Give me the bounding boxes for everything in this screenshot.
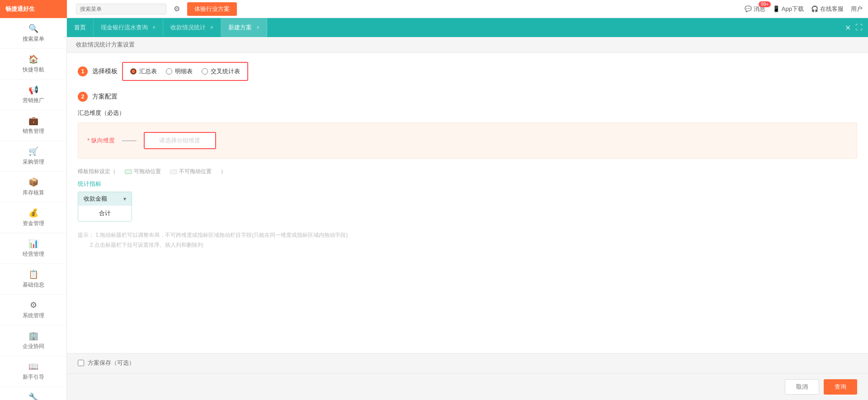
radio-summary-input[interactable] (130, 68, 137, 75)
marketing-icon: 📢 (28, 85, 38, 95)
metrics-card-header[interactable]: 收款金额 ▾ (78, 192, 132, 206)
radio-summary[interactable]: 汇总表 (130, 67, 157, 75)
message-icon: 💬 (745, 5, 752, 12)
vertical-dim-label: 纵向维度 (87, 136, 115, 145)
sidebar-item-basic-label: 基础信息 (23, 281, 44, 289)
sales-icon: 💼 (28, 116, 38, 126)
tab-bar-right: ✕ ⛶ (845, 18, 868, 37)
header-search-wrapper (76, 4, 166, 14)
sidebar-item-purchase[interactable]: 🛒 采购管理 (0, 141, 66, 172)
template-selector: 汇总表 明细表 交叉统计表 (122, 62, 248, 81)
sidebar-item-corp-label: 企业协同 (23, 343, 44, 350)
radio-cross-input[interactable] (202, 68, 208, 75)
user-name: 用户 (851, 5, 863, 13)
dimension-area: 纵向维度 —— 请选择分组维度 (78, 122, 857, 159)
hint-section: 提示： 1.拖动标题栏可以调整布局，不可跨维度或指标区域拖动栏目字段(只能在同一… (78, 231, 857, 250)
sidebar-item-sales[interactable]: 💼 销售管理 (0, 110, 66, 141)
tab-home[interactable]: 首页 (67, 18, 94, 37)
user-avatar[interactable]: 用户 (851, 5, 863, 13)
step2-badge: 2 (78, 92, 88, 102)
dimension-placeholder[interactable]: 请选择分组维度 (144, 132, 216, 149)
tab-minimize-icon[interactable]: ✕ (845, 24, 851, 32)
tab-cash-query-close[interactable]: × (152, 24, 156, 31)
step2-title: 方案配置 (92, 93, 118, 101)
sidebar-item-marketing-label: 营销推广 (23, 97, 44, 104)
sidebar-item-guide-label: 新手引导 (23, 373, 44, 381)
management-icon: 📊 (28, 239, 38, 249)
metrics-card: 收款金额 ▾ 合计 (78, 192, 132, 221)
tab-new-plan-close[interactable]: × (256, 24, 259, 31)
sidebar-item-system-label: 系统管理 (23, 312, 44, 320)
radio-cross-label: 交叉统计表 (211, 67, 240, 75)
bottom-bar: 取消 查询 (67, 373, 868, 400)
download-icon: 📱 (773, 5, 780, 12)
save-section: 方案保存（可选） (67, 353, 868, 372)
sidebar-item-guide[interactable]: 📖 新手引导 (0, 356, 66, 387)
tab-receipt-stats-close[interactable]: × (210, 24, 213, 31)
sidebar-item-nav[interactable]: 🏠 快捷导航 (0, 49, 66, 80)
trial-button[interactable]: 体验行业方案 (187, 2, 237, 16)
tab-new-plan[interactable]: 新建方案 × (221, 18, 267, 37)
sidebar-item-nav-label: 快捷导航 (23, 66, 44, 74)
sidebar-item-finance[interactable]: 💰 资金管理 (0, 202, 66, 233)
service-label: 在线客服 (820, 5, 844, 13)
sidebar-item-inventory-label: 库存核算 (23, 189, 44, 197)
radio-cross[interactable]: 交叉统计表 (202, 67, 240, 75)
sidebar-item-management[interactable]: 📊 经营管理 (0, 233, 66, 264)
non-draggable-label: 不可拖动位置 (179, 168, 212, 175)
corp-icon: 🏢 (28, 331, 38, 341)
query-button[interactable]: 查询 (824, 379, 857, 395)
header-search-input[interactable] (76, 4, 166, 14)
sidebar-item-corp[interactable]: 🏢 企业协同 (0, 325, 66, 356)
sidebar-item-marketing[interactable]: 📢 营销推广 (0, 80, 66, 110)
sidebar-item-basic[interactable]: 📋 基础信息 (0, 264, 66, 295)
tab-new-plan-label: 新建方案 (228, 24, 252, 32)
metrics-card-header-text: 收款金额 (84, 195, 107, 203)
radio-detail[interactable]: 明细表 (166, 67, 193, 75)
tab-home-label: 首页 (74, 24, 86, 32)
draggable-label: 可拖动位置 (134, 168, 161, 175)
hint-row-2: 2.点击标题栏下拉可设置排序、插入列和删除列 (78, 240, 857, 250)
tab-receipt-stats[interactable]: 收款情况统计 × (163, 18, 221, 37)
hint-row-1: 提示： 1.拖动标题栏可以调整布局，不可跨维度或指标区域拖动栏目字段(只能在同一… (78, 231, 857, 240)
sidebar-item-finance-label: 资金管理 (23, 220, 44, 227)
radio-detail-input[interactable] (166, 68, 172, 75)
step1-header: 1 选择模板 汇总表 明细表 (78, 62, 857, 81)
config-section: 汇总维度（必选） 纵向维度 —— 请选择分组维度 (78, 109, 857, 250)
save-checkbox[interactable] (78, 360, 84, 366)
radio-detail-label: 明细表 (175, 67, 193, 75)
service-item[interactable]: 🎧 在线客服 (811, 5, 844, 13)
tab-maximize-icon[interactable]: ⛶ (855, 24, 863, 32)
message-item[interactable]: 💬 消息 99+ (745, 5, 765, 13)
gear-icon[interactable]: ⚙ (174, 5, 180, 13)
basic-icon: 📋 (28, 269, 38, 279)
cancel-button[interactable]: 取消 (785, 379, 819, 395)
metrics-title: 统计指标 (78, 180, 857, 188)
form-container: 1 选择模板 汇总表 明细表 (67, 53, 868, 353)
tab-bar: 首页 现金银行流水查询 × 收款情况统计 × 新建方案 × ✕ ⛶ (67, 18, 868, 37)
download-label: App下载 (782, 5, 804, 13)
sidebar: 🔍 搜索菜单 🏠 快捷导航 📢 营销推广 💼 销售管理 🛒 采购管理 📦 库存核… (0, 18, 67, 400)
hardware-icon: 🔧 (28, 392, 38, 400)
chevron-down-icon: ▾ (123, 196, 126, 202)
inventory-icon: 📦 (28, 177, 38, 187)
home-icon: 🏠 (28, 54, 38, 64)
service-icon: 🎧 (811, 5, 818, 12)
non-draggable-indicator: 不可拖动位置 (170, 168, 212, 175)
step1-title: 选择模板 (92, 67, 118, 75)
dimension-section-title: 汇总维度（必选） (78, 109, 857, 117)
sidebar-item-sales-label: 销售管理 (23, 127, 44, 135)
sidebar-item-search[interactable]: 🔍 搜索菜单 (0, 18, 66, 49)
dimension-arrow-icon: —— (122, 136, 137, 145)
sidebar-item-inventory[interactable]: 📦 库存核算 (0, 172, 66, 202)
save-label[interactable]: 方案保存（可选） (88, 359, 135, 367)
message-badge: 99+ (759, 1, 771, 7)
page-breadcrumb: 收款情况统计方案设置 (67, 37, 868, 53)
sidebar-item-management-label: 经营管理 (23, 250, 44, 258)
tab-receipt-stats-label: 收款情况统计 (170, 24, 206, 32)
tab-cash-query[interactable]: 现金银行流水查询 × (94, 18, 163, 37)
sidebar-item-system[interactable]: ⚙ 系统管理 (0, 295, 66, 325)
download-item[interactable]: 📱 App下载 (773, 5, 804, 13)
sidebar-item-hardware[interactable]: 🔧 智能硬件 (0, 387, 66, 400)
hint-text-2: 2.点击标题栏下拉可设置排序、插入列和删除列 (78, 240, 203, 250)
